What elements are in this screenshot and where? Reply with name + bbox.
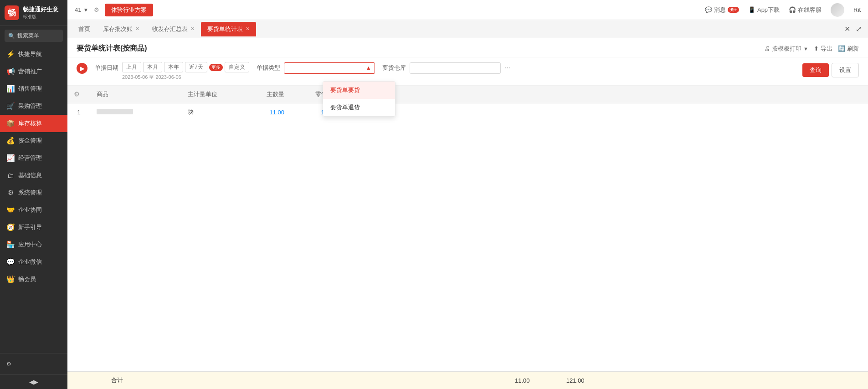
tab-batch[interactable]: 库存批次账 ✕ <box>97 22 146 36</box>
download-icon: 📱 <box>748 6 755 13</box>
col-header-unit: 主计量单位 <box>181 86 236 103</box>
qty-link[interactable]: 11.00 <box>269 109 284 116</box>
sidebar-item-enterprise[interactable]: 🤝 企业协同 <box>0 201 67 219</box>
sidebar-bottom-settings[interactable]: ⚙ <box>0 357 67 371</box>
sidebar-collapse-button[interactable]: ◀▶ <box>0 374 67 389</box>
type-input-wrap: ▲ <box>284 62 375 74</box>
shortcuts-label: 快捷导航 <box>18 50 42 58</box>
avatar-image <box>831 3 844 17</box>
sidebar-item-system[interactable]: ⚙ 系统管理 <box>0 184 67 201</box>
goods-placeholder <box>97 109 133 114</box>
footer-qty: 11.00 <box>482 377 536 384</box>
tab-summary[interactable]: 收发存汇总表 ✕ <box>146 22 201 36</box>
sidebar-item-purchase[interactable]: 🛒 采购管理 <box>0 97 67 115</box>
filter-expand-button[interactable]: ▶ <box>77 63 87 74</box>
tab-summary-close[interactable]: ✕ <box>190 26 195 32</box>
tab-close-all-button[interactable]: ✕ <box>842 23 852 35</box>
print-label: 按模板打印 <box>772 45 801 53</box>
sales-label: 销售管理 <box>18 85 42 93</box>
table-settings-icon[interactable]: ⚙ <box>74 90 80 98</box>
footer-amount: 121.00 <box>536 377 591 384</box>
online-service-button[interactable]: 🎧 在线客服 <box>789 6 822 14</box>
finance-label: 资金管理 <box>18 137 42 145</box>
quick-date-7days[interactable]: 近7天 <box>185 62 207 72</box>
service-icon: 🎧 <box>789 6 796 13</box>
sidebar-item-shortcuts[interactable]: ⚡ 快捷导航 <box>0 46 67 63</box>
tab-order-stats[interactable]: 要货单统计表 ✕ <box>201 22 256 36</box>
basic-label: 基础信息 <box>18 171 42 179</box>
query-button[interactable]: 查询 <box>802 63 829 77</box>
sidebar-item-vip[interactable]: 👑 畅会员 <box>0 271 67 288</box>
guide-label: 新手引导 <box>18 223 42 231</box>
quick-date-last-month[interactable]: 上月 <box>122 62 141 72</box>
sidebar-item-appstore[interactable]: 🏪 应用中心 <box>0 236 67 253</box>
page-header: 要货单统计表(按商品) 🖨 按模板打印 ▼ ⬆ 导出 🔄 刷新 <box>67 38 868 57</box>
top-header: 41 ▼ ⚙ 体验行业方案 💬 消息 99+ 📱 App下载 🎧 在线客服 R <box>67 0 868 20</box>
date-filter-label: 单据日期 <box>95 62 118 74</box>
refresh-button[interactable]: 🔄 刷新 <box>838 45 859 53</box>
content-area: 要货单统计表(按商品) 🖨 按模板打印 ▼ ⬆ 导出 🔄 刷新 ▶ <box>67 38 868 389</box>
trial-btn[interactable]: 体验行业方案 <box>105 4 153 16</box>
footer-total-label: 合计 <box>74 376 211 384</box>
logo-icon: 畅 <box>5 5 19 20</box>
tab-expand-button[interactable]: ⤢ <box>854 23 863 35</box>
enterprise-icon: 🤝 <box>6 206 15 214</box>
messages-badge: 99+ <box>728 7 739 13</box>
warehouse-filter-input[interactable] <box>410 62 501 74</box>
sidebar-item-wechat[interactable]: 💬 企业微信 <box>0 253 67 271</box>
header-settings-icon[interactable]: ⚙ <box>94 6 99 13</box>
system-label: 系统管理 <box>18 189 42 197</box>
basic-icon: 🗂 <box>6 172 15 179</box>
col-header-goods: 商品 <box>90 86 181 103</box>
message-icon: 💬 <box>705 6 712 13</box>
tabs-actions: ✕ ⤢ <box>842 23 863 35</box>
user-avatar[interactable] <box>831 3 844 17</box>
sidebar-search-menu[interactable]: 🔍 搜索菜单 <box>5 30 63 42</box>
custom-date-button[interactable]: 自定义 <box>225 62 249 72</box>
export-icon: ⬆ <box>814 45 819 52</box>
quick-date-this-year[interactable]: 本年 <box>164 62 183 72</box>
warehouse-more-icon[interactable]: ··· <box>504 64 510 72</box>
more-dates-badge[interactable]: 更多 <box>209 64 223 71</box>
filter-bar: ▶ 单据日期 上月 本月 本年 近7天 更多 自定义 2023-05-06 至 … <box>67 57 868 86</box>
sidebar: 畅 畅捷通好生意 标准版 🔍 搜索菜单 ⚡ 快捷导航 📢 营销推广 📊 销售管理… <box>0 0 67 389</box>
sidebar-item-guide[interactable]: 🧭 新手引导 <box>0 219 67 236</box>
bottom-settings-icon: ⚙ <box>6 361 11 367</box>
tab-batch-close[interactable]: ✕ <box>135 26 139 32</box>
col-header-qty: 主数量 <box>236 86 291 103</box>
sidebar-item-inventory[interactable]: 📦 库存核算 <box>0 115 67 132</box>
table-header: ⚙ 商品 主计量单位 主数量 零售金额 <box>67 86 868 103</box>
store-dropdown-icon: ▼ <box>83 7 88 13</box>
app-download-button[interactable]: 📱 App下载 <box>748 6 780 14</box>
operations-label: 经营管理 <box>18 154 42 162</box>
print-button[interactable]: 🖨 按模板打印 ▼ <box>764 45 808 53</box>
messages-button[interactable]: 💬 消息 99+ <box>705 6 739 14</box>
vip-label: 畅会员 <box>18 275 36 283</box>
type-filter-section: 单据类型 ▲ <box>257 62 375 74</box>
settings-button[interactable]: 设置 <box>832 63 859 77</box>
tab-order-stats-close[interactable]: ✕ <box>246 26 250 32</box>
sidebar-item-basic[interactable]: 🗂 基础信息 <box>0 167 67 184</box>
type-filter-input[interactable] <box>284 62 375 74</box>
user-name: Rit <box>853 6 861 13</box>
online-service-label: 在线客服 <box>798 6 822 14</box>
sidebar-item-sales[interactable]: 📊 销售管理 <box>0 80 67 97</box>
page-title: 要货单统计表(按商品) <box>77 44 147 53</box>
table-row: 1 块 11.00 121.00 <box>67 103 868 121</box>
enterprise-label: 企业协同 <box>18 206 42 214</box>
appstore-label: 应用中心 <box>18 241 42 249</box>
inventory-label: 库存核算 <box>18 119 42 128</box>
tab-order-stats-label: 要货单统计表 <box>207 25 243 33</box>
dropdown-item-order-goods[interactable]: 要货单要货 <box>323 82 395 99</box>
quick-date-this-month[interactable]: 本月 <box>143 62 162 72</box>
dropdown-item-order-return[interactable]: 要货单退货 <box>323 99 395 116</box>
sidebar-item-marketing[interactable]: 📢 营销推广 <box>0 63 67 80</box>
export-button[interactable]: ⬆ 导出 <box>814 45 832 53</box>
tab-home[interactable]: 首页 <box>72 22 97 36</box>
sidebar-item-operations[interactable]: 📈 经营管理 <box>0 149 67 167</box>
data-table: ⚙ 商品 主计量单位 主数量 零售金额 1 <box>67 86 868 121</box>
cell-extra <box>345 103 868 121</box>
store-selector[interactable]: 41 ▼ <box>75 6 88 13</box>
app-download-label: App下载 <box>757 6 780 14</box>
sidebar-item-finance[interactable]: 💰 资金管理 <box>0 132 67 149</box>
